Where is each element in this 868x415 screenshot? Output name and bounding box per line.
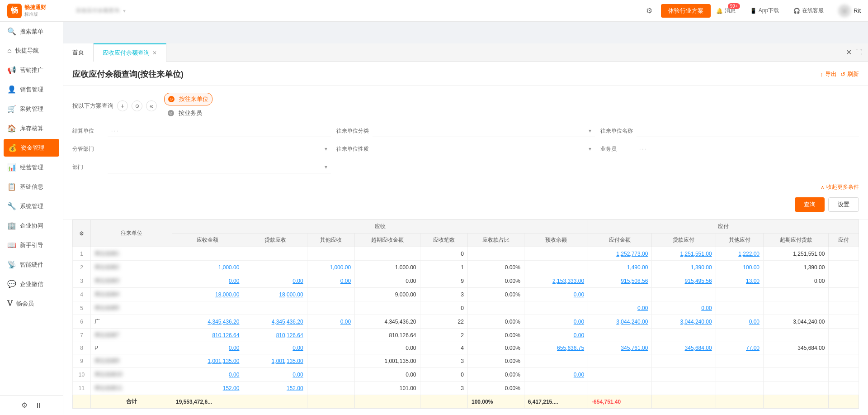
filter-bar: 按以下方案查询 + ⊙ « ⊙ 按往来单位 ⊙ 按业务员 xyxy=(72,93,859,119)
gear-button[interactable]: ⚙ xyxy=(643,5,656,17)
edit-scheme-button[interactable]: ⊙ xyxy=(132,100,142,111)
arrow-back-button[interactable]: « xyxy=(146,100,157,111)
app-download-label: App下载 xyxy=(759,7,779,14)
sidebar-label: 智能硬件 xyxy=(20,261,43,269)
sidebar-settings-button[interactable]: ⚙ xyxy=(21,401,28,410)
scheme-label-staff: 按业务员 xyxy=(179,109,202,117)
row-ap-overdue xyxy=(764,368,829,382)
th-ar-loan: 贷款应收 xyxy=(243,234,307,247)
dept-select[interactable]: ▾ xyxy=(108,161,331,173)
sidebar-item-member[interactable]: Ⅴ 畅会员 xyxy=(0,294,63,313)
row-ar-amount: 0.00 xyxy=(172,368,243,382)
row-ar-amount: 810,126.64 xyxy=(172,329,243,342)
row-ar-amount: 1,001,135.00 xyxy=(172,354,243,368)
row-ar-count: 4 xyxy=(420,342,467,354)
row-unit: 广 xyxy=(91,315,172,329)
row-ar-pct: 0.00% xyxy=(467,354,524,368)
sidebar-item-operation[interactable]: 📊 经营管理 xyxy=(0,157,63,177)
th-ap-5: 应付 xyxy=(829,234,859,247)
sidebar-item-enterprise[interactable]: 🏢 企业协同 xyxy=(0,216,63,235)
row-ap-overdue xyxy=(764,288,829,301)
row-ar-amount: 152.00 xyxy=(172,382,243,395)
row-unit: 单位名称4 xyxy=(91,288,172,301)
sidebar-item-search-menu[interactable]: 🔍 搜索菜单 xyxy=(0,22,63,41)
breadcrumb-text: 应收应付余额查询 xyxy=(76,7,119,14)
sidebar-item-finance[interactable]: 💰 资金管理 xyxy=(4,139,59,157)
dept-manager-select[interactable]: ▾ xyxy=(108,143,331,155)
tab-close-icon[interactable]: ✕ xyxy=(152,50,157,56)
filter-buttons-area: ∧ 收起更多条件 xyxy=(72,177,859,194)
tab-bar: 首页 应收应付余额查询 ✕ ✕ ⛶ xyxy=(63,43,868,62)
sidebar-label: 企业协同 xyxy=(20,222,43,230)
sidebar-item-quick-nav[interactable]: ⌂ 快捷导航 xyxy=(0,41,63,60)
row-ap-overdue xyxy=(764,301,829,315)
settings-button[interactable]: 设置 xyxy=(828,197,859,212)
row-ar-count: 3 xyxy=(420,354,467,368)
refresh-icon: ↺ xyxy=(840,71,845,78)
th-ar-amount: 应收金额 xyxy=(172,234,243,247)
unit-nature-select[interactable]: ▾ xyxy=(373,143,595,155)
scheme-item-by-staff[interactable]: ⊙ 按业务员 xyxy=(164,107,212,119)
table-settings-icon[interactable]: ⚙ xyxy=(79,230,84,237)
row-ar-count: 0 xyxy=(420,368,467,382)
row-ap-loan xyxy=(652,382,716,395)
unit-category-select[interactable]: ▾ xyxy=(373,124,595,137)
tab-close-window-button[interactable]: ✕ xyxy=(846,48,852,57)
unit-name-input[interactable] xyxy=(637,124,859,137)
sidebar-label: 快捷导航 xyxy=(15,47,39,55)
sidebar-label: 畅会员 xyxy=(16,300,34,308)
online-service-area[interactable]: 🎧 在线客服 xyxy=(793,7,824,14)
salesperson-input[interactable]: ··· xyxy=(636,143,859,155)
query-button[interactable]: 查询 xyxy=(795,197,825,212)
tab-home[interactable]: 首页 xyxy=(63,43,94,62)
finance-icon: 💰 xyxy=(8,143,17,152)
row-ar-advance: 0.00 xyxy=(524,368,588,382)
th-ar-count: 应收笔数 xyxy=(420,234,467,247)
row-ar-other: 0.00 xyxy=(307,315,354,329)
promo-button[interactable]: 体验行业方案 xyxy=(661,4,711,18)
base-info-icon: 📋 xyxy=(7,182,16,191)
notification-area[interactable]: 🔔 消息 99+ xyxy=(716,7,736,14)
row-num: 2 xyxy=(73,261,91,274)
dropdown-arrow: ▾ xyxy=(325,146,327,152)
row-ar-overdue: 4,345,436.20 xyxy=(355,315,420,329)
filter-area: 按以下方案查询 + ⊙ « ⊙ 按往来单位 ⊙ 按业务员 xyxy=(63,86,868,219)
settlement-unit-input[interactable]: ··· xyxy=(108,124,331,137)
row-ar-other xyxy=(307,342,354,354)
row-ar-pct: 0.00% xyxy=(467,329,524,342)
row-num: 9 xyxy=(73,354,91,368)
add-scheme-button[interactable]: + xyxy=(117,100,128,111)
row-ar-advance xyxy=(524,247,588,261)
collapse-button[interactable]: ∧ 收起更多条件 xyxy=(821,181,859,194)
th-ar-other: 其他应收 xyxy=(307,234,354,247)
sidebar-collapse-button[interactable]: ⏸ xyxy=(35,401,42,410)
tab-ar-ap-query[interactable]: 应收应付余额查询 ✕ xyxy=(94,43,166,62)
row-ar-overdue: 0.00 xyxy=(355,274,420,288)
row-ar-overdue xyxy=(355,247,420,261)
row-ap-5 xyxy=(829,315,859,329)
logo-text: 畅捷通财 xyxy=(24,4,46,11)
sidebar-item-guide[interactable]: 📖 新手引导 xyxy=(0,235,63,255)
sidebar-item-marketing[interactable]: 📢 营销推广 xyxy=(0,60,63,80)
row-unit: 单位名称3 xyxy=(91,274,172,288)
user-area[interactable]: U Rit xyxy=(838,5,861,17)
operation-icon: 📊 xyxy=(7,163,16,172)
refresh-button[interactable]: ↺ 刷新 xyxy=(840,70,859,78)
scheme-item-by-unit[interactable]: ⊙ 按往来单位 xyxy=(164,93,212,105)
app-download-area[interactable]: 📱 App下载 xyxy=(750,7,779,14)
sidebar-item-inventory[interactable]: 🏠 库存核算 xyxy=(0,119,63,138)
table-row: 6 广 4,345,436.20 4,345,436.20 0.00 4,345… xyxy=(73,315,859,329)
sidebar-item-system[interactable]: 🔧 系统管理 xyxy=(0,196,63,216)
sidebar-item-purchase[interactable]: 🛒 采购管理 xyxy=(0,99,63,119)
sidebar-item-sales[interactable]: 👤 销售管理 xyxy=(0,80,63,99)
row-ar-other xyxy=(307,329,354,342)
sidebar-item-base-info[interactable]: 📋 基础信息 xyxy=(0,177,63,196)
export-button[interactable]: ↑ 导出 xyxy=(821,70,837,78)
tab-maximize-button[interactable]: ⛶ xyxy=(855,48,863,57)
sidebar-item-hardware[interactable]: 📡 智能硬件 xyxy=(0,255,63,274)
th-ar-advance: 预收余额 xyxy=(524,234,588,247)
sidebar-item-wechat[interactable]: 💬 企业微信 xyxy=(0,274,63,294)
row-ar-loan: 810,126.64 xyxy=(243,329,307,342)
footer-ap-amount: -654,751.40 xyxy=(588,395,652,409)
sidebar-label: 基础信息 xyxy=(20,183,43,191)
